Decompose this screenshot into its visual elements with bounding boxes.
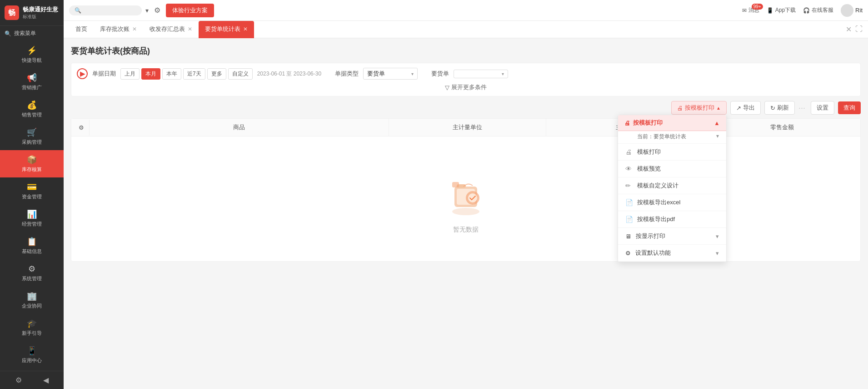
app-download-btn[interactable]: 📱 App下载	[767, 6, 796, 14]
settings-btn-label: 设置	[817, 104, 828, 112]
type-select[interactable]: 要货单 ▾	[363, 68, 418, 80]
sidebar-item-wechat[interactable]: 💬 企业微信	[0, 369, 64, 371]
type-filter-label: 单据类型	[335, 70, 359, 78]
sidebar-search[interactable]: 🔍 搜索菜单	[0, 26, 64, 41]
date-btn-more[interactable]: 更多	[207, 68, 226, 80]
tab-receipt-summary-close[interactable]: ✕	[188, 26, 192, 32]
refresh-btn[interactable]: ↻ 刷新	[764, 101, 795, 115]
export-excel-icon: 📄	[625, 199, 633, 206]
tab-order-stats[interactable]: 要货单统计表 ✕	[199, 21, 254, 38]
date-btn-this-year[interactable]: 本年	[162, 68, 181, 80]
tab-order-stats-close[interactable]: ✕	[243, 26, 248, 32]
sidebar-item-inventory[interactable]: 📦 库存核算	[0, 150, 64, 177]
display-print-item[interactable]: 🖥 按显示打印 ▾	[618, 228, 726, 245]
sidebar-item-label: 库存核算	[22, 166, 42, 173]
export-btn[interactable]: ↗ 导出	[730, 101, 761, 115]
avatar	[841, 4, 853, 17]
tab-order-stats-label: 要货单统计表	[205, 25, 240, 33]
sidebar-item-purchase[interactable]: 🛒 采购管理	[0, 123, 64, 150]
th-settings[interactable]: ⚙	[71, 120, 90, 136]
user-avatar[interactable]: Rit	[841, 4, 863, 17]
user-name: Rit	[855, 7, 863, 14]
print-dropdown-title: 按模板打印	[633, 119, 663, 127]
default-func-item[interactable]: ⚙ 设置默认功能 ▾	[618, 245, 726, 262]
sidebar-item-label: 资金管理	[22, 193, 42, 200]
sidebar-item-basics[interactable]: 📋 基础信息	[0, 232, 64, 259]
sidebar-item-system[interactable]: ⚙ 系统管理	[0, 259, 64, 287]
template-preview-item[interactable]: 👁 模板预览	[618, 161, 726, 177]
sidebar-item-operations[interactable]: 📊 经营管理	[0, 205, 64, 232]
logo-icon: 畅	[5, 5, 19, 20]
expand-more-icon: ▽	[445, 84, 449, 91]
print-btn-label: 按模板打印	[685, 104, 714, 112]
topbar-dropdown[interactable]: ▾	[145, 7, 149, 14]
bill-type-select[interactable]: ▾	[454, 70, 508, 78]
print-btn-chevron: ▲	[716, 106, 721, 111]
online-service-btn[interactable]: 🎧 在线客服	[803, 6, 833, 14]
search-label: 搜索菜单	[14, 30, 36, 37]
export-label: 导出	[743, 104, 755, 112]
messages-badge: 99+	[752, 4, 763, 10]
filter-expand-btn[interactable]: ▶	[77, 68, 88, 79]
bill-type-label: 要货单	[431, 70, 449, 78]
empty-state: 暂无数据	[71, 136, 860, 261]
tab-batch-account-close[interactable]: ✕	[132, 26, 137, 32]
topbar-search[interactable]: 🔍	[69, 5, 142, 15]
sidebar-item-guide[interactable]: 🎓 新手引导	[0, 314, 64, 341]
th-unit: 主计量单位	[389, 119, 546, 136]
app-download-icon: 📱	[767, 7, 773, 14]
date-btn-last-month[interactable]: 上月	[120, 68, 140, 80]
topbar-right: ✉ 消息 99+ 📱 App下载 🎧 在线客服 Rit	[742, 4, 863, 17]
main-content: 🔍 ▾ ⚙ 体验行业方案 ✉ 消息 99+ 📱 App下载 🎧 在线客服 Rit	[64, 0, 868, 389]
display-print-label: 按显示打印	[636, 232, 665, 240]
template-preview-label: 模板预览	[637, 165, 661, 173]
empty-illustration	[443, 173, 489, 218]
app-subtitle: 标准版	[23, 14, 58, 20]
messages-btn[interactable]: ✉ 消息 99+	[742, 6, 759, 14]
guide-icon: 🎓	[27, 318, 37, 328]
print-template-btn[interactable]: 🖨 按模板打印 ▲	[671, 101, 727, 115]
current-template-arrow: ▾	[716, 133, 719, 139]
sidebar-item-apps[interactable]: 📱 应用中心	[0, 341, 64, 369]
template-print-item[interactable]: 🖨 模板打印	[618, 144, 726, 161]
window-close-btn[interactable]: ✕	[846, 25, 852, 34]
tabs-bar: 首页 库存批次账 ✕ 收发存汇总表 ✕ 要货单统计表 ✕ ✕ ⛶	[64, 21, 868, 38]
template-design-item[interactable]: ✏ 模板自定义设计	[618, 177, 726, 194]
topbar: 🔍 ▾ ⚙ 体验行业方案 ✉ 消息 99+ 📱 App下载 🎧 在线客服 Rit	[64, 0, 868, 21]
system-icon: ⚙	[28, 264, 35, 274]
sidebar-item-label: 快捷导航	[22, 57, 42, 64]
settings-btn[interactable]: 设置	[811, 101, 834, 115]
sidebar-item-sales[interactable]: 💰 销售管理	[0, 96, 64, 123]
window-maximize-btn[interactable]: ⛶	[855, 25, 863, 34]
sidebar-item-label: 企业协同	[22, 303, 42, 309]
sidebar-item-enterprise[interactable]: 🏢 企业协同	[0, 287, 64, 314]
more-options-btn[interactable]: ···	[798, 103, 805, 113]
tab-batch-account[interactable]: 库存批次账 ✕	[94, 21, 143, 38]
print-dropdown-close-icon[interactable]: ▲	[714, 120, 720, 126]
expand-more-btn[interactable]: ▽ 展开更多条件	[445, 83, 487, 91]
print-dropdown: 🖨 按模板打印 ▲ 当前：要货单统计表 ▾ 🖨 模板打印	[618, 115, 727, 262]
sidebar-item-quick-nav[interactable]: ⚡ 快捷导航	[0, 41, 64, 68]
query-btn[interactable]: 查询	[838, 101, 861, 114]
export-pdf-item[interactable]: 📄 按模板导出pdf	[618, 211, 726, 228]
topbar-gear-icon[interactable]: ⚙	[154, 6, 160, 15]
display-print-icon: 🖥	[625, 233, 631, 240]
date-group: 上月 本月 本年 近7天 更多 自定义	[120, 68, 253, 80]
sidebar-item-marketing[interactable]: 📢 营销推广	[0, 68, 64, 96]
data-table: ⚙ 商品 主计量单位 主数量 零售金额	[71, 118, 861, 262]
sidebar-collapse-button[interactable]: ◀	[43, 376, 49, 384]
enterprise-icon: 🏢	[27, 291, 37, 301]
purchase-icon: 🛒	[27, 127, 37, 137]
template-print-label: 模板打印	[637, 148, 661, 156]
tab-home[interactable]: 首页	[69, 21, 94, 38]
date-btn-custom[interactable]: 自定义	[228, 68, 253, 80]
tab-receipt-summary[interactable]: 收发存汇总表 ✕	[143, 21, 199, 38]
tab-receipt-summary-label: 收发存汇总表	[150, 25, 185, 33]
sidebar-settings-button[interactable]: ⚙	[15, 376, 22, 384]
date-btn-this-month[interactable]: 本月	[141, 68, 160, 80]
industry-btn[interactable]: 体验行业方案	[166, 4, 214, 17]
date-btn-7days[interactable]: 近7天	[183, 68, 205, 80]
export-excel-item[interactable]: 📄 按模板导出excel	[618, 194, 726, 211]
sidebar-item-finance[interactable]: 💳 资金管理	[0, 177, 64, 205]
sidebar-item-label: 基础信息	[22, 248, 42, 255]
